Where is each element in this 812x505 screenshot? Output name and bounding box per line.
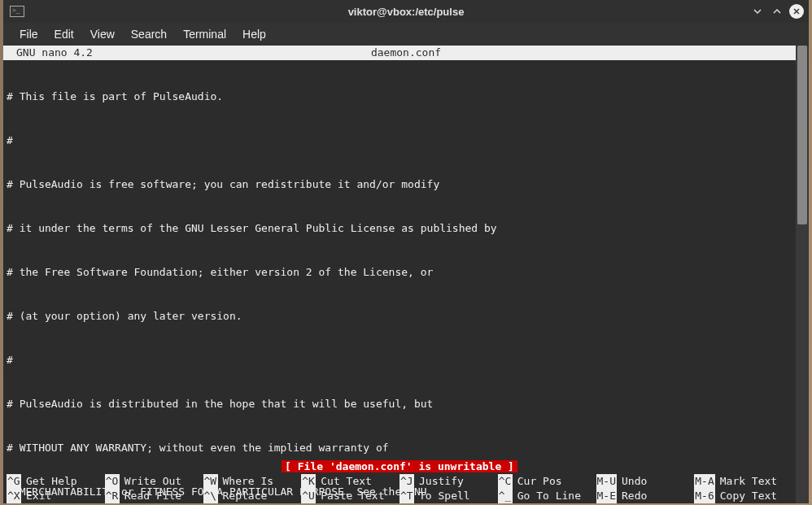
shortcut-key: ^K <box>301 474 316 489</box>
terminal-window: viktor@vbox:/etc/pulse File Edit View Se… <box>3 0 809 503</box>
shortcut-label: Go To Line <box>513 489 581 503</box>
shortcut-cut-text: ^KCut Text <box>301 474 399 489</box>
shortcut-key: ^O <box>105 474 120 489</box>
status-message: [ File 'daemon.conf' is unwritable ] <box>282 460 517 472</box>
shortcut-key: M-6 <box>694 489 714 503</box>
editor-line: # PulseAudio is free software; you can r… <box>7 177 805 192</box>
editor-line: # (at your option) any later version. <box>7 309 805 324</box>
shortcut-read-file: ^RRead File <box>105 489 203 503</box>
nano-status-line: [ File 'daemon.conf' is unwritable ] <box>3 459 796 474</box>
shortcut-label: Justify <box>414 474 464 489</box>
minimize-button[interactable] <box>750 4 765 19</box>
shortcut-write-out: ^OWrite Out <box>105 474 203 489</box>
shortcut-paste-text: ^UPaste Text <box>301 489 399 503</box>
nano-filename: daemon.conf <box>371 46 441 60</box>
menu-search[interactable]: Search <box>124 24 173 44</box>
shortcut-key: M-U <box>596 474 617 489</box>
shortcut-to-spell: ^TTo Spell <box>399 489 498 503</box>
editor-content[interactable]: # This file is part of PulseAudio. # # P… <box>3 60 809 503</box>
shortcut-label: Undo <box>617 474 647 489</box>
nano-shortcuts: ^GGet Help ^OWrite Out ^WWhere Is ^KCut … <box>3 474 796 503</box>
shortcut-label: To Spell <box>414 489 470 503</box>
editor-line: # <box>7 133 805 148</box>
shortcut-label: Get Help <box>21 474 77 489</box>
chevron-down-icon <box>753 7 762 16</box>
terminal-icon <box>10 6 24 17</box>
shortcut-redo: M-ERedo <box>596 489 695 503</box>
close-icon <box>792 7 801 15</box>
shortcut-label: Redo <box>617 489 647 503</box>
shortcut-key: ^J <box>399 474 414 489</box>
shortcut-label: Where Is <box>218 474 274 489</box>
shortcut-mark-text: M-AMark Text <box>694 474 792 489</box>
menubar: File Edit View Search Terminal Help <box>3 23 809 46</box>
shortcut-key: ^_ <box>498 489 513 503</box>
shortcut-label: Cut Text <box>316 474 372 489</box>
shortcut-justify: ^JJustify <box>399 474 498 489</box>
terminal-content[interactable]: GNU nano 4.2 daemon.conf # This file is … <box>3 46 809 503</box>
shortcut-undo: M-UUndo <box>596 474 695 489</box>
shortcut-key: M-E <box>596 489 617 503</box>
shortcut-where-is: ^WWhere Is <box>203 474 302 489</box>
menu-help[interactable]: Help <box>236 24 273 44</box>
shortcut-label: Replace <box>218 489 268 503</box>
shortcut-label: Paste Text <box>316 489 384 503</box>
shortcut-get-help: ^GGet Help <box>7 474 105 489</box>
menu-terminal[interactable]: Terminal <box>177 24 233 44</box>
shortcut-copy-text: M-6Copy Text <box>694 489 792 503</box>
shortcut-label: Exit <box>21 489 51 503</box>
shortcut-key: ^R <box>105 489 120 503</box>
nano-header: GNU nano 4.2 daemon.conf <box>3 46 809 60</box>
editor-line: # the Free Software Foundation; either v… <box>7 265 805 280</box>
chevron-up-icon <box>772 7 782 16</box>
window-title: viktor@vbox:/etc/pulse <box>348 6 465 18</box>
shortcut-replace: ^\Replace <box>203 489 302 503</box>
shortcut-label: Read File <box>120 489 181 503</box>
editor-line: # WITHOUT ANY WARRANTY; without even the… <box>7 441 805 455</box>
shortcut-key: ^W <box>203 474 218 489</box>
editor-line: # PulseAudio is distributed in the hope … <box>7 397 805 411</box>
nano-app-name: GNU nano 4.2 <box>7 46 93 60</box>
shortcut-row-1: ^GGet Help ^OWrite Out ^WWhere Is ^KCut … <box>7 474 792 489</box>
shortcut-go-to-line: ^_Go To Line <box>498 489 596 503</box>
shortcut-label: Cur Pos <box>513 474 562 489</box>
shortcut-key: ^U <box>301 489 316 503</box>
editor-line: # it under the terms of the GNU Lesser G… <box>7 221 805 236</box>
menu-view[interactable]: View <box>84 24 121 44</box>
editor-line: # This file is part of PulseAudio. <box>7 89 805 104</box>
shortcut-key: ^C <box>498 474 513 489</box>
scrollbar-thumb[interactable] <box>797 46 807 224</box>
close-button[interactable] <box>789 4 804 19</box>
menu-edit[interactable]: Edit <box>48 24 81 44</box>
shortcut-key: ^X <box>7 489 21 503</box>
shortcut-key: ^T <box>399 489 414 503</box>
maximize-button[interactable] <box>770 4 784 19</box>
editor-line: # <box>7 353 805 368</box>
shortcut-label: Write Out <box>120 474 181 489</box>
shortcut-key: ^G <box>7 474 21 489</box>
shortcut-row-2: ^XExit ^RRead File ^\Replace ^UPaste Tex… <box>7 489 792 503</box>
shortcut-label: Mark Text <box>715 474 777 489</box>
shortcut-label: Copy Text <box>715 489 777 503</box>
window-controls <box>750 4 804 19</box>
scrollbar[interactable] <box>796 46 809 503</box>
menu-file[interactable]: File <box>13 24 45 44</box>
titlebar[interactable]: viktor@vbox:/etc/pulse <box>3 0 809 23</box>
shortcut-exit: ^XExit <box>7 489 105 503</box>
shortcut-key: M-A <box>694 474 714 489</box>
shortcut-cur-pos: ^CCur Pos <box>498 474 596 489</box>
shortcut-key: ^\ <box>203 489 218 503</box>
